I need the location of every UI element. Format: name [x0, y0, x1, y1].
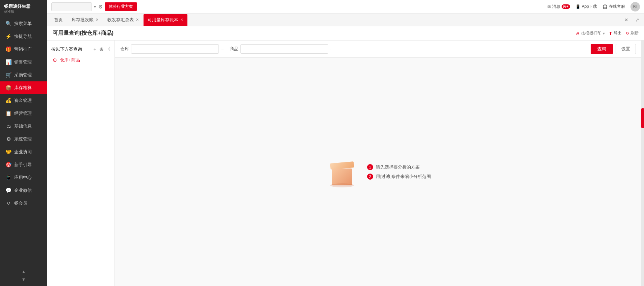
sidebar-icon-4: 🛒: [5, 72, 11, 78]
warehouse-more-btn[interactable]: ...: [221, 47, 224, 51]
sidebar-item-5[interactable]: 📦库存核算: [0, 81, 47, 94]
right-scrollbar: [641, 41, 644, 286]
filter-settings-icon[interactable]: ⊕: [99, 46, 104, 52]
tab-label-1: 库存批次账: [72, 17, 94, 23]
tab-2[interactable]: 收发存汇总表✕: [103, 14, 143, 26]
sidebar-item-11[interactable]: 🎯新手引导: [0, 158, 47, 171]
box-body: [332, 168, 352, 185]
topbar-right: ✉ 消息 99+ 📱 App下载 🎧 在线客服 Rit: [547, 2, 640, 11]
sidebar-item-10[interactable]: 🤝企业协同: [0, 146, 47, 158]
tab-label-2: 收发存汇总表: [107, 17, 134, 23]
sidebar-item-9[interactable]: ⚙系统管理: [0, 133, 47, 146]
maximize-window-btn[interactable]: ⤢: [633, 16, 641, 24]
filter-item-warehouse-goods[interactable]: ⊙ 仓库+商品: [47, 54, 114, 66]
query-area: 仓库 ... 商品 ... 查询 设置: [115, 41, 641, 286]
empty-hints: 1 请先选择要分析的方案 2 用[过滤]条件来缩小分析范围: [367, 164, 431, 180]
tab-label-0: 首页: [54, 17, 63, 23]
topbar-chevron-icon[interactable]: ▾: [94, 4, 96, 9]
goods-input[interactable]: [240, 44, 328, 54]
sidebar-item-4[interactable]: 🛒采购管理: [0, 69, 47, 81]
sidebar-icon-0: 🔍: [5, 21, 11, 27]
tab-1[interactable]: 库存批次账✕: [68, 14, 103, 26]
page-title: 可用量查询(按仓库+商品): [53, 30, 113, 37]
print-label: 按模板打印: [581, 30, 601, 36]
message-badge: 99+: [562, 4, 570, 9]
settings-button[interactable]: 设置: [616, 44, 636, 54]
sidebar-icon-3: 📊: [5, 59, 11, 65]
message-item[interactable]: ✉ 消息 99+: [547, 4, 570, 9]
sidebar: 畅康通好生意 标准版 🔍搜索菜单⚡快捷导航🎁营销推广📊销售管理🛒采购管理📦库存核…: [0, 0, 47, 286]
filter-item-icon: ⊙: [53, 57, 57, 63]
filter-collapse-icon[interactable]: 《: [106, 46, 110, 52]
warehouse-input[interactable]: [131, 44, 219, 54]
export-label: 导出: [614, 30, 622, 36]
sidebar-item-13[interactable]: 💬企业微信: [0, 184, 47, 197]
sidebar-item-2[interactable]: 🎁营销推广: [0, 43, 47, 56]
sidebar-scroll-down[interactable]: ▼: [3, 276, 45, 283]
print-chevron-icon[interactable]: ▾: [603, 31, 605, 36]
tab-3[interactable]: 可用量库存账本✕: [144, 14, 187, 26]
app-download-item[interactable]: 📱 App下载: [575, 4, 597, 9]
sidebar-item-8[interactable]: 🗂基础信息: [0, 120, 47, 133]
warehouse-field: 仓库 ...: [120, 44, 224, 54]
sidebar-icon-9: ⚙: [5, 136, 11, 142]
goods-more-btn[interactable]: ...: [330, 47, 334, 51]
tab-close-3[interactable]: ✕: [180, 18, 183, 22]
export-btn[interactable]: ⬆ 导出: [609, 30, 622, 36]
page-header: 可用量查询(按仓库+商品) 🖨 按模板打印 ▾ ⬆ 导出 ↻ 刷新: [47, 26, 644, 41]
empty-illustration: [325, 155, 359, 189]
tab-close-1[interactable]: ✕: [96, 18, 99, 22]
filter-add-icon[interactable]: ＋: [93, 46, 97, 52]
topbar-search-input[interactable]: [51, 2, 92, 11]
user-avatar[interactable]: Rit: [630, 2, 640, 11]
headset-icon: 🎧: [602, 4, 608, 9]
topbar: ▾ ⚙ 体验行业方案 ✉ 消息 99+ 📱 App下载 🎧 在线客服 Rit: [47, 0, 644, 14]
query-button[interactable]: 查询: [591, 44, 613, 54]
sidebar-item-6[interactable]: 💰资金管理: [0, 94, 47, 107]
filter-header: 按以下方案查询 ＋ ⊕ 《: [47, 44, 114, 54]
tabbar: 首页库存批次账✕收发存汇总表✕可用量库存账本✕ ✕ ⤢: [47, 14, 644, 26]
sidebar-label-0: 搜索菜单: [14, 21, 32, 27]
refresh-icon: ↻: [626, 31, 629, 36]
sidebar-item-1[interactable]: ⚡快捷导航: [0, 30, 47, 43]
sidebar-item-12[interactable]: 📱应用中心: [0, 171, 47, 184]
sidebar-item-7[interactable]: 📋经营管理: [0, 107, 47, 120]
hint-1-num: 1: [367, 164, 373, 170]
sidebar-item-0[interactable]: 🔍搜索菜单: [0, 17, 47, 30]
filter-panel: 按以下方案查询 ＋ ⊕ 《 ⊙ 仓库+商品: [47, 41, 115, 286]
sidebar-scroll-up[interactable]: ▲: [3, 268, 45, 276]
tab-close-2[interactable]: ✕: [136, 18, 139, 22]
main-content: ▾ ⚙ 体验行业方案 ✉ 消息 99+ 📱 App下载 🎧 在线客服 Rit: [47, 0, 644, 286]
industry-btn[interactable]: 体验行业方案: [105, 2, 137, 11]
sidebar-item-14[interactable]: V畅会员: [0, 197, 47, 210]
export-icon: ⬆: [609, 31, 612, 36]
online-support-item[interactable]: 🎧 在线客服: [602, 4, 625, 9]
sidebar-icon-13: 💬: [5, 187, 11, 193]
topbar-gear-icon[interactable]: ⚙: [98, 4, 103, 10]
scrollbar-thumb[interactable]: [641, 108, 644, 128]
content-area: 按以下方案查询 ＋ ⊕ 《 ⊙ 仓库+商品 仓库 ...: [47, 41, 644, 286]
sidebar-icon-5: 📦: [5, 85, 11, 91]
app-name: 畅康通好生意: [4, 3, 43, 9]
user-name: Rit: [630, 2, 640, 11]
hint-1-text: 请先选择要分析的方案: [376, 164, 420, 170]
sidebar-label-14: 畅会员: [14, 200, 27, 206]
sidebar-scroll: 🔍搜索菜单⚡快捷导航🎁营销推广📊销售管理🛒采购管理📦库存核算💰资金管理📋经营管理…: [0, 17, 47, 265]
query-toolbar: 仓库 ... 商品 ... 查询 设置: [115, 41, 641, 58]
sidebar-icon-11: 🎯: [5, 162, 11, 168]
refresh-btn[interactable]: ↻ 刷新: [626, 30, 639, 36]
tab-0[interactable]: 首页: [50, 14, 67, 26]
sidebar-label-1: 快捷导航: [14, 33, 32, 40]
filter-header-actions: ＋ ⊕ 《: [93, 46, 110, 52]
sidebar-logo: 畅康通好生意 标准版: [0, 0, 47, 17]
print-btn[interactable]: 🖨 按模板打印 ▾: [576, 30, 605, 36]
box-shadow: [330, 183, 354, 187]
close-window-btn[interactable]: ✕: [622, 16, 630, 24]
message-label: 消息: [552, 4, 560, 9]
message-icon: ✉: [547, 4, 551, 9]
sidebar-item-3[interactable]: 📊销售管理: [0, 56, 47, 69]
sidebar-label-13: 企业微信: [14, 187, 32, 193]
sidebar-label-5: 库存核算: [14, 85, 32, 91]
sidebar-label-8: 基础信息: [14, 123, 32, 129]
filter-item-label: 仓库+商品: [60, 57, 80, 63]
